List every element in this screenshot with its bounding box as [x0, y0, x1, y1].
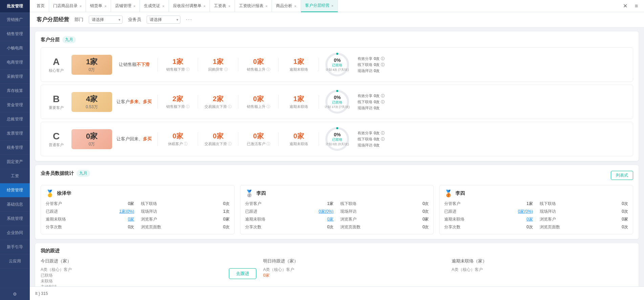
tier-c-stat-4[interactable]: 0家 逾期未联络 — [280, 132, 317, 146]
tier-c-stat-3[interactable]: 0家 已激活客户 ⓘ — [240, 132, 277, 146]
list-view-btn[interactable]: 列表式 — [611, 171, 633, 180]
tier-c-count[interactable]: 0家 0万 — [71, 129, 112, 149]
tab-customer-tier[interactable]: 客户分层经营× — [301, 0, 338, 12]
tier-divider — [238, 58, 238, 71]
close-tab-payroll[interactable]: × — [228, 4, 230, 8]
tab-more-button[interactable]: ≡ — [633, 2, 640, 10]
tier-b-stat-1[interactable]: 2家 销售额下滑 ⓘ — [159, 94, 196, 109]
sidebar-item-collab[interactable]: 企业协同 — [0, 226, 30, 240]
tier-a-circle: 0% 已联络 计划 4次 (7天/次) — [324, 51, 351, 78]
close-tab-ar-adjust[interactable]: × — [203, 4, 206, 8]
goto-followup-btn[interactable]: 去跟进 — [229, 268, 256, 279]
tier-a-stat-2[interactable]: 1家 回购异常 ⓘ — [199, 57, 237, 72]
staff-stat-row: 分享次数0次 — [46, 224, 134, 230]
sidebar-item-ledger[interactable]: 总账管理 — [0, 112, 30, 126]
tier-b-stat-3[interactable]: 0家 销售额上升 ⓘ — [240, 94, 277, 109]
sidebar-item-ecom-small[interactable]: 小畅电商 — [0, 41, 30, 55]
close-tab-payroll-report[interactable]: × — [265, 4, 267, 8]
tier-c-stat-2[interactable]: 0家 交易频次下滑 ⓘ — [199, 132, 237, 146]
more-filters-btn[interactable]: ··· — [186, 17, 192, 23]
staff-stat-row: 浏览页面数0次 — [141, 224, 229, 230]
close-tab-voucher[interactable]: × — [162, 4, 164, 8]
sidebar-item-assets[interactable]: 固定资产 — [0, 155, 30, 169]
staff-stat-row: 浏览客户0家 — [540, 216, 628, 222]
overdue-col: 逾期未联络（家） A类（核心）客户 — [452, 258, 633, 273]
close-tab-product-analysis[interactable]: × — [294, 4, 296, 8]
tier-a-count[interactable]: 1家 0万 — [71, 55, 112, 75]
sidebar-item-purchase[interactable]: 采购管理 — [0, 70, 30, 84]
tab-store-mgmt[interactable]: 店铺管理× — [111, 0, 140, 12]
settings-button[interactable]: ⚙ — [0, 288, 30, 300]
tier-grid: A 核心客户 1家 0万 让销售额不下滑 1家 销售额下滑 ⓘ — [41, 47, 633, 156]
tier-a-stat-1[interactable]: 1家 销售额下滑 ⓘ — [159, 57, 196, 72]
bottom-bar-text: It } 315 — [35, 291, 48, 296]
tomorrow-sub: A类（核心）客户 0家 — [263, 267, 445, 278]
sidebar-item-invoice[interactable]: 发票管理 — [0, 126, 30, 141]
staff-stat-row: 线下联络0次 — [340, 201, 429, 207]
sidebar-item-finance[interactable]: 资金管理 — [0, 98, 30, 112]
tier-divider — [319, 58, 319, 71]
sidebar-item-system[interactable]: 系统管理 — [0, 212, 30, 226]
sidebar-item-salary[interactable]: 工资 — [0, 169, 30, 183]
staff-stat-row: 逾期未联络0家 — [46, 216, 134, 222]
tier-divider — [238, 95, 238, 109]
staff-stat-row: 分享次数0次 — [245, 224, 334, 230]
tier-b-stat-4[interactable]: 1家 逾期未联络 — [280, 94, 317, 109]
tomorrow-followup-col: 明日待跟进（家） A类（核心）客户 0家 — [263, 258, 445, 278]
sidebar-item-sales[interactable]: 销售管理 — [0, 27, 30, 41]
close-tab-store-mgmt[interactable]: × — [133, 4, 135, 8]
sidebar-logo[interactable]: 批发管理 — [0, 0, 30, 13]
tab-payroll-report[interactable]: 工资统计报表× — [235, 0, 272, 12]
staff-card-0: 🥇 徐泽华 分管客户0家 线下联络0次 已跟进1家(0%) 现场拜访1次 逾期未… — [41, 185, 235, 234]
tab-voucher[interactable]: 生成凭证× — [140, 0, 169, 12]
sidebar: 批发管理 营销推广 销售管理 小畅电商 电商管理 采购管理 库存核算 资金管理 … — [0, 0, 30, 300]
staff-stats-0: 分管客户0家 线下联络0次 已跟进1家(0%) 现场拜访1次 逾期未联络0家 浏… — [46, 201, 230, 230]
sidebar-item-ecom[interactable]: 电商管理 — [0, 55, 30, 70]
sidebar-item-operations[interactable]: 经营管理 — [0, 183, 30, 198]
biz-stats-section: 业务员数据统计 九月 列表式 🥇 徐泽华 分管客户0家 线下联络0次 已跟进1家… — [35, 165, 639, 239]
staff-stat-row: 分享次数0次 — [444, 224, 533, 230]
tier-a-label: A 核心客户 — [41, 56, 71, 73]
staff-stat-row: 已跟进1家(0%) — [46, 209, 134, 214]
tab-home[interactable]: 首页 — [33, 0, 49, 12]
tier-a-stat-4[interactable]: 1家 逾期未联络 — [280, 57, 317, 72]
sidebar-item-basic[interactable]: 基础信息 — [0, 198, 30, 212]
dept-select[interactable]: 请选择 — [89, 16, 123, 24]
tomorrow-label: 明日待跟进（家） — [263, 258, 445, 264]
close-tab-store-products[interactable]: × — [80, 4, 82, 8]
staff-header-0: 🥇 徐泽华 — [46, 189, 230, 198]
tier-divider — [198, 95, 198, 109]
tab-payroll[interactable]: 工资表× — [210, 0, 235, 12]
sidebar-item-inventory[interactable]: 库存核算 — [0, 84, 30, 98]
tab-product-analysis[interactable]: 商品分析× — [272, 0, 301, 12]
tab-close-button[interactable]: ✕ — [621, 2, 629, 10]
tab-sales-order[interactable]: 销货单× — [86, 0, 111, 12]
biz-stats-header: 业务员数据统计 九月 列表式 — [41, 170, 633, 181]
staff-stat-row: 线下联络0次 — [540, 201, 628, 207]
dept-select-wrapper: 请选择 — [89, 16, 123, 24]
tier-a-stat-3[interactable]: 0家 销售额上升 ⓘ — [240, 57, 277, 72]
staff-grid: 🥇 徐泽华 分管客户0家 线下联络0次 已跟进1家(0%) 现场拜访1次 逾期未… — [41, 185, 633, 234]
sidebar-item-marketing[interactable]: 营销推广 — [0, 13, 30, 27]
tier-divider — [278, 95, 279, 109]
tier-c-stat-1[interactable]: 0家 休眠客户 ⓘ — [159, 132, 196, 146]
close-tab-sales-order[interactable]: × — [104, 4, 106, 8]
tier-c-right-stats: 有效分享0次ⓘ 线下联络0次ⓘ 现场拜访0次 — [354, 131, 633, 148]
tier-b-count[interactable]: 4家 0.53万 — [71, 92, 112, 112]
tab-store-products[interactable]: 门店商品目录× — [49, 0, 86, 12]
tier-b-stat-2[interactable]: 2家 交易频次下滑 ⓘ — [199, 94, 237, 109]
staff-stat-row: 已跟进0家(0%) — [245, 209, 334, 214]
sidebar-item-guide[interactable]: 新手引导 — [0, 240, 30, 254]
sidebar-item-cloud[interactable]: 云应用 — [0, 254, 30, 269]
tier-a-right-stats: 有效分享0次ⓘ 线下联络0次ⓘ 现场拜访0次 — [354, 56, 633, 73]
close-tab-customer-tier[interactable]: × — [331, 4, 334, 8]
tier-row-b: B 重要客户 4家 0.53万 让客户多来、多买 2家 销售额下滑 ⓘ — [41, 85, 633, 119]
staff-header-2: 🥉 李四 — [444, 189, 628, 198]
goto-btn-wrapper: 去跟进 — [229, 258, 256, 279]
staff-label: 业务员 — [128, 17, 141, 23]
sidebar-item-tax[interactable]: 税务管理 — [0, 141, 30, 155]
staff-stat-row: 已跟进0家(0%) — [444, 209, 533, 214]
tab-ar-adjust[interactable]: 应收应付调整单× — [169, 0, 210, 12]
staff-select[interactable]: 请选择 — [147, 16, 180, 24]
bottom-bar: It } 315 — [30, 286, 644, 300]
